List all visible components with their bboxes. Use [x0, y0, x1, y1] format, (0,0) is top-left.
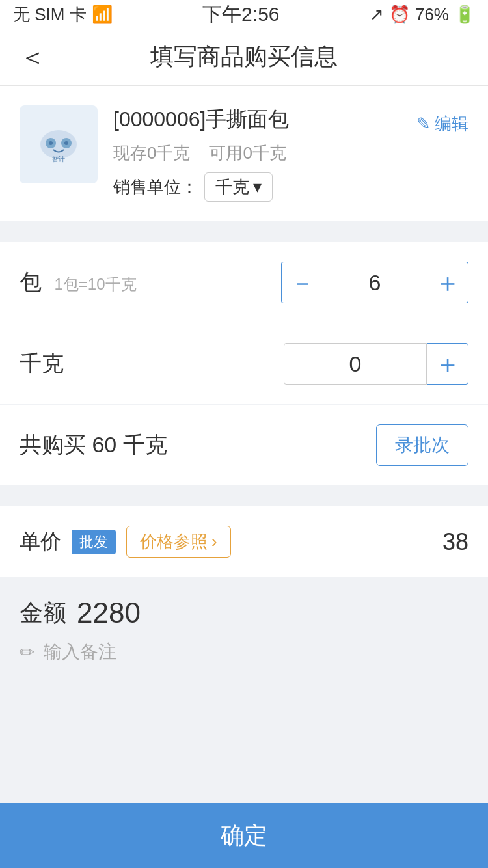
product-unit: 销售单位： 千克 ▾	[113, 172, 468, 202]
product-name: [0000006]手撕面包	[113, 105, 289, 134]
amount-section: 金额 2280 ✏ 输入备注	[0, 577, 488, 684]
price-ref-button[interactable]: 价格参照 ›	[126, 526, 231, 558]
amount-value: 2280	[77, 597, 141, 629]
price-ref-label: 价格参照	[140, 530, 208, 553]
package-row: 包 1包=10千克 － ＋	[0, 242, 488, 323]
divider-2	[0, 485, 488, 496]
status-right: ↗ ⏰ 76% 🔋	[370, 5, 475, 25]
back-button[interactable]: ＜	[20, 39, 46, 75]
alarm-icon: ⏰	[389, 5, 410, 25]
edit-label: 编辑	[435, 113, 468, 135]
svg-text:智计: 智计	[52, 156, 65, 163]
sim-label: 无 SIM 卡	[13, 3, 87, 26]
amount-row: 金额 2280	[20, 597, 468, 629]
divider-1	[0, 232, 488, 242]
svg-point-3	[49, 141, 53, 145]
price-tag: 批发	[72, 530, 116, 554]
location-icon: ↗	[370, 5, 384, 25]
kilogram-input[interactable]	[284, 343, 427, 385]
total-text: 共购买 60 千克	[20, 430, 167, 460]
kilogram-label: 千克	[20, 349, 284, 379]
kilogram-row: 千克 ＋	[0, 323, 488, 405]
note-icon: ✏	[20, 642, 34, 663]
status-bar: 无 SIM 卡 📶 下午2:56 ↗ ⏰ 76% 🔋	[0, 0, 488, 29]
product-top-row: [0000006]手撕面包 ✎ 编辑	[113, 105, 468, 142]
wifi-icon: 📶	[92, 5, 113, 25]
batch-button[interactable]: 录批次	[376, 424, 468, 466]
edit-button[interactable]: ✎ 编辑	[416, 105, 468, 142]
nav-bar: ＜ 填写商品购买信息	[0, 29, 488, 86]
price-section: 单价 批发 价格参照 › 38	[0, 506, 488, 577]
package-hint: 1包=10千克	[54, 275, 136, 293]
price-ref-arrow: ›	[211, 532, 217, 552]
confirm-label: 确定	[221, 820, 267, 852]
product-info: [0000006]手撕面包 ✎ 编辑 现存0千克 可用0千克 销售单位： 千克 …	[113, 105, 468, 202]
battery-label: 76%	[415, 5, 449, 25]
price-label: 单价	[20, 528, 61, 556]
product-card: 智计 [0000006]手撕面包 ✎ 编辑 现存0千克 可用0千克 销售单位： …	[0, 86, 488, 221]
confirm-button[interactable]: 确定	[0, 803, 488, 868]
package-stepper: － ＋	[281, 262, 468, 303]
product-logo-icon: 智计	[39, 125, 78, 164]
note-row[interactable]: ✏ 输入备注	[20, 640, 468, 664]
product-image: 智计	[20, 105, 98, 183]
edit-icon: ✎	[416, 114, 431, 134]
note-placeholder: 输入备注	[44, 640, 116, 664]
package-plus-button[interactable]: ＋	[427, 262, 468, 303]
battery-icon: 🔋	[454, 5, 475, 25]
svg-point-4	[64, 141, 68, 145]
price-row: 单价 批发 价格参照 › 38	[20, 526, 468, 558]
unit-select[interactable]: 千克 ▾	[204, 172, 273, 202]
total-row: 共购买 60 千克 录批次	[0, 405, 488, 485]
package-label: 包 1包=10千克	[20, 267, 281, 297]
page-title: 填写商品购买信息	[150, 41, 338, 73]
status-time: 下午2:56	[202, 1, 279, 28]
package-minus-button[interactable]: －	[281, 262, 323, 303]
product-stock: 现存0千克 可用0千克	[113, 142, 468, 165]
price-value: 38	[442, 528, 468, 556]
amount-label: 金额	[20, 597, 66, 629]
kilogram-stepper: ＋	[284, 343, 468, 385]
status-left: 无 SIM 卡 📶	[13, 3, 113, 26]
dropdown-icon: ▾	[253, 177, 262, 197]
bottom-spacer	[0, 684, 488, 749]
package-input[interactable]	[323, 262, 427, 303]
kilogram-plus-button[interactable]: ＋	[427, 343, 468, 385]
